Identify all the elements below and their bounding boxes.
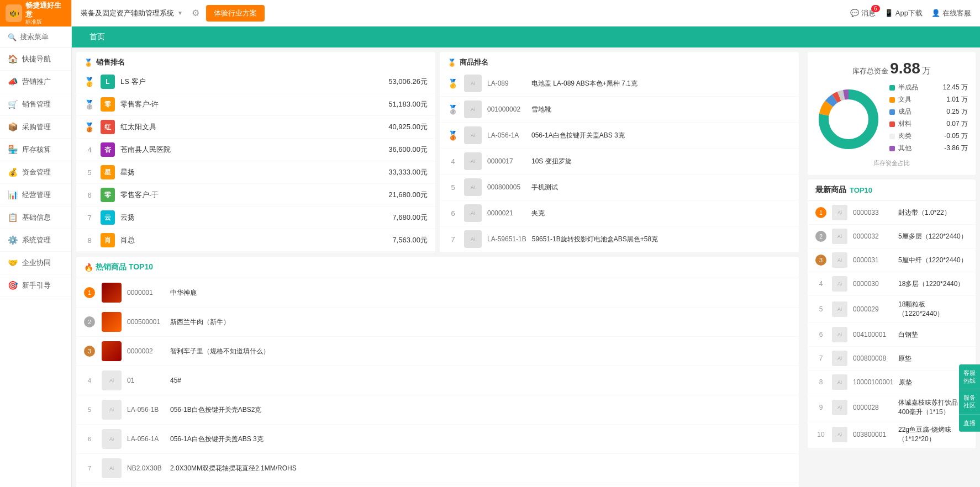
new-product-image: Ai: [832, 327, 847, 342]
new-product-image: Ai: [832, 301, 847, 317]
system-selector[interactable]: 装备及固定资产辅助管理系统 ▼: [81, 8, 183, 18]
hot-product-name: 新西兰牛肉（新牛）: [170, 317, 791, 327]
goods-name: 雪地靴: [531, 105, 791, 114]
goods-row[interactable]: 🥇 Ai LA-089 电池盖 LA-089 ABS本色+黑种 7.1克: [440, 71, 799, 97]
nav-label-finance: 资金管理: [22, 167, 51, 177]
sidebar-item-home[interactable]: 🏠 快捷导航: [0, 48, 71, 71]
new-product-row[interactable]: 4 Ai 0000030 18多层（1220*2440）: [808, 272, 976, 296]
operations-icon: 📊: [8, 190, 18, 200]
customer-row[interactable]: 6 零 零售客户-于 21,680.00元: [76, 184, 435, 207]
inventory-icon: 🏪: [8, 145, 18, 155]
new-product-row[interactable]: 8 Ai 10000100001 原垫: [808, 370, 976, 394]
search-icon: 🔍: [8, 33, 17, 41]
hot-product-row[interactable]: 7 Ai NB2.0X30B 2.0X30MM双摆花轴摆花直径2.1MM/ROH…: [76, 454, 799, 483]
rank-number: 4: [84, 146, 95, 154]
customer-avatar: 杏: [101, 142, 115, 157]
online-service-button[interactable]: 👤 在线客服: [931, 8, 971, 18]
goods-code: 0000017: [487, 157, 526, 165]
new-rank-number: 3: [815, 255, 826, 266]
nav-label-marketing: 营销推广: [22, 77, 51, 87]
new-product-image: Ai: [832, 229, 847, 244]
nav-label-sales: 销售管理: [22, 99, 51, 109]
rank-number: 7: [447, 235, 459, 244]
sidebar-item-purchase[interactable]: 📦 采购管理: [0, 116, 71, 139]
inventory-unit: 万: [922, 66, 931, 75]
new-product-row[interactable]: 6 Ai 004100001 白钢垫: [808, 323, 976, 347]
customer-row[interactable]: 4 杏 苍南县人民医院 36,600.00元: [76, 139, 435, 161]
new-product-row[interactable]: 10 Ai 003800001 22g鱼豆腐-烧烤味（1*12*20）: [808, 421, 976, 448]
nav-label-inventory: 库存核算: [22, 145, 51, 155]
customer-row[interactable]: 🥈 零 零售客户-许 51,183.00元: [76, 93, 435, 116]
customer-row[interactable]: 7 云 云扬 7,680.00元: [76, 207, 435, 229]
customer-service-button[interactable]: 客服热线: [959, 364, 980, 390]
sidebar-item-sales[interactable]: 🛒 销售管理: [0, 93, 71, 116]
hot-product-row[interactable]: 6 Ai LA-056-1A 056-1A白色按键开关盖ABS 3克: [76, 425, 799, 454]
hot-product-name: 智利车子里（规格不知道填什么）: [170, 347, 791, 356]
inventory-amount: 9.88: [890, 60, 920, 77]
hot-products-list: 1 0000001 中华神鹿 2 000500001 新西兰牛肉（新牛） 3 0…: [76, 278, 799, 487]
hot-product-row[interactable]: 5 Ai LA-056-1B 056-1B白色按键开关壳ABS2克: [76, 395, 799, 425]
service-community-button[interactable]: 服务社区: [959, 389, 980, 415]
new-product-row[interactable]: 9 Ai 0000028 体诚嘉枝味苏打饮品400毫升（1*15）: [808, 394, 976, 421]
sidebar-item-system[interactable]: ⚙️ 系统管理: [0, 229, 71, 252]
new-rank-number: 10: [815, 431, 826, 438]
goods-row[interactable]: 🥉 Ai LA-056-1A 056-1A白色按键开关盖ABS 3克: [440, 123, 799, 149]
sidebar-item-basic[interactable]: 📋 基础信息: [0, 207, 71, 229]
hot-product-code: 0000002: [127, 347, 165, 355]
sidebar-item-marketing[interactable]: 📣 营销推广: [0, 71, 71, 93]
app-download-button[interactable]: 📱 App下载: [884, 8, 923, 18]
sidebar-item-operations[interactable]: 📊 经营管理: [0, 184, 71, 207]
legend-dot: [889, 109, 895, 115]
new-product-row[interactable]: 7 Ai 000800008 原垫: [808, 347, 976, 370]
customer-row[interactable]: 🥇 L LS 客户 53,006.26元: [76, 71, 435, 93]
goods-row[interactable]: 🥈 Ai 001000002 雪地靴: [440, 97, 799, 123]
topbar-right: 💬 消息 6 📱 App下载 👤 在线客服: [850, 8, 971, 18]
finance-icon: 💰: [8, 167, 18, 177]
hot-product-row[interactable]: 8 Ai 0000011 12070519-xs: [76, 483, 799, 487]
customer-row[interactable]: 🥉 红 红太阳文具 40,925.00元: [76, 116, 435, 139]
hot-product-image: Ai: [102, 429, 122, 449]
search-menu[interactable]: 🔍 搜索菜单: [0, 27, 71, 48]
sidebar-item-finance[interactable]: 💰 资金管理: [0, 161, 71, 184]
goods-image: Ai: [464, 152, 482, 170]
sidebar-item-guide[interactable]: 🎯 新手引导: [0, 274, 71, 297]
medal-bronze-icon: 🥉: [84, 122, 95, 133]
goods-code: 001000002: [487, 105, 526, 113]
goods-row[interactable]: 4 Ai 0000017 10S 变扭罗旋: [440, 149, 799, 174]
customer-row[interactable]: 5 星 星扬 33,333.00元: [76, 161, 435, 184]
new-products-header: 最新商品 TOP10: [808, 179, 976, 201]
hot-product-code: LA-056-1A: [127, 435, 165, 443]
hot-rank-number: 1: [84, 287, 95, 298]
legend-item: 肉类 -0.05 万: [889, 131, 968, 141]
goods-row[interactable]: 5 Ai 000800005 手机测试: [440, 174, 799, 200]
live-button[interactable]: 直播: [959, 415, 980, 432]
new-product-image: Ai: [832, 351, 847, 366]
hot-product-row[interactable]: 1 0000001 中华神鹿: [76, 278, 799, 308]
new-product-row[interactable]: 2 Ai 0000032 5厘多层（1220*2440）: [808, 225, 976, 248]
logo-text: 畅捷通好生意 标准版: [25, 1, 66, 25]
hot-product-row[interactable]: 3 0000002 智利车子里（规格不知道填什么）: [76, 337, 799, 366]
settings-icon[interactable]: ⚙: [192, 8, 199, 18]
new-product-code: 000800008: [853, 354, 893, 362]
new-product-row[interactable]: 1 Ai 0000033 封边带（1.0*22）: [808, 201, 976, 225]
legend-dot: [889, 146, 895, 151]
customer-row[interactable]: 8 肖 肖总 7,563.00元: [76, 229, 435, 252]
sidebar-item-inventory[interactable]: 🏪 库存核算: [0, 139, 71, 161]
page-nav-home[interactable]: 首页: [81, 27, 114, 47]
hot-product-row[interactable]: 4 Ai 01 45#: [76, 366, 799, 395]
trial-button[interactable]: 体验行业方案: [206, 5, 265, 22]
new-product-image: Ai: [832, 276, 847, 292]
goods-code: LA-59651-1B: [487, 235, 526, 243]
new-product-row[interactable]: 3 Ai 0000031 5厘中纤（1220*2440）: [808, 248, 976, 272]
hot-product-name: 056-1B白色按键开关壳ABS2克: [170, 405, 791, 415]
system-name: 装备及固定资产辅助管理系统: [81, 8, 174, 18]
customer-name: 肖总: [120, 235, 387, 245]
hot-product-row[interactable]: 2 000500001 新西兰牛肉（新牛）: [76, 308, 799, 337]
goods-row[interactable]: 6 Ai 0000021 夹克: [440, 200, 799, 226]
sidebar-item-collab[interactable]: 🤝 企业协同: [0, 252, 71, 274]
customer-avatar: 云: [101, 210, 115, 225]
goods-image: Ai: [464, 100, 482, 118]
new-product-row[interactable]: 5 Ai 0000029 18颗粒板（1220*2440）: [808, 296, 976, 323]
message-button[interactable]: 💬 消息 6: [850, 8, 876, 18]
goods-row[interactable]: 7 Ai LA-59651-1B 59651-1B旋转投影灯电池盒ABS黑色+5…: [440, 226, 799, 252]
